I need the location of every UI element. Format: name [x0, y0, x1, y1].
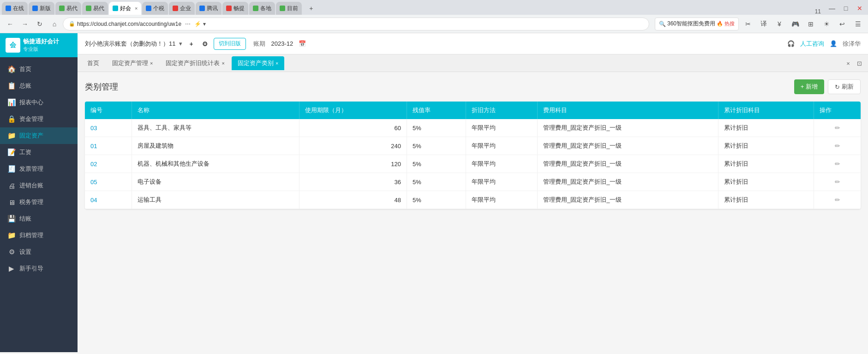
close-icon-tab-fixed-assets-mgmt[interactable]: ×: [150, 60, 153, 66]
cell-expense-1: 管理费用_固定资产折旧_一级: [537, 137, 718, 155]
browser-actions: 🔍 360智能抠图免费用 🔥 热搜 ✂ 译 ¥ 🎮 ⊞ ☀ ↩ ☰: [655, 18, 864, 30]
browser-tab-6[interactable]: 个税: [142, 2, 168, 15]
add-category-button[interactable]: + 新增: [794, 79, 824, 94]
game-button[interactable]: 🎮: [789, 18, 802, 30]
browser-tab-7[interactable]: 企业: [169, 2, 195, 15]
sidebar-item-purchase[interactable]: 🖨 进销台账: [0, 177, 78, 194]
edit-icon-4[interactable]: ✏: [835, 196, 840, 204]
app-header: 刘小艳演示账套（勿删勿动！）11 ▾ + ⚙ 切到旧版 账期 2023-12 📅…: [78, 33, 868, 54]
tab-favicon-3: [59, 6, 65, 11]
sidebar-item-home[interactable]: 🏠 首页: [0, 61, 78, 78]
header-dropdown-icon[interactable]: ▾: [179, 40, 182, 47]
calendar-icon[interactable]: 📅: [299, 40, 306, 47]
address-dropdown-icon[interactable]: ▾: [203, 21, 206, 27]
scissors-button[interactable]: ✂: [742, 18, 754, 30]
browser-tab-8[interactable]: 腾讯: [196, 2, 221, 15]
sidebar-item-archive[interactable]: 📁 归档管理: [0, 227, 78, 244]
reports-icon: 📊: [7, 98, 16, 107]
cell-method-0: 年限平均: [466, 119, 538, 137]
cell-action-0[interactable]: ✏: [814, 119, 861, 137]
home-button[interactable]: ⌂: [48, 18, 61, 30]
cell-action-1[interactable]: ✏: [814, 137, 861, 155]
browser-tab-11[interactable]: 目前: [276, 2, 302, 15]
cell-method-1: 年限平均: [466, 137, 538, 155]
close-icon-tab5[interactable]: ×: [135, 6, 138, 11]
sidebar-item-reports[interactable]: 📊 报表中心: [0, 94, 78, 111]
cell-accumulated-2: 累计折旧: [718, 155, 814, 173]
grid-button[interactable]: ⊞: [804, 18, 817, 30]
close-icon-tab-asset-category[interactable]: ×: [275, 60, 278, 66]
brightness-button[interactable]: ☀: [820, 18, 833, 30]
maximize-button[interactable]: □: [839, 2, 852, 15]
undo-button[interactable]: ↩: [836, 18, 849, 30]
page-tab-depreciation-table[interactable]: 固定资产折旧统计表 ×: [160, 56, 230, 70]
sidebar-item-guide[interactable]: ▶ 新手引导: [0, 260, 78, 277]
header-username: 徐泽华: [843, 40, 861, 48]
menu-button[interactable]: ☰: [851, 18, 864, 30]
sidebar-label-ledger: 总账: [19, 82, 31, 90]
browser-tab-1[interactable]: 在线: [2, 2, 28, 15]
switch-old-version-button[interactable]: 切到旧版: [214, 38, 246, 50]
tab-label-2: 新版: [40, 5, 51, 12]
col-header-period: 使用期限（月）: [299, 102, 407, 119]
cell-action-3[interactable]: ✏: [814, 173, 861, 191]
address-bar[interactable]: 🔒 https://cloud.chanjet.com/accounting/u…: [63, 18, 649, 30]
logo-title: 畅捷通好会计: [23, 38, 59, 46]
sidebar-item-finance[interactable]: 🔒 资金管理: [0, 111, 78, 127]
minimize-button[interactable]: —: [826, 2, 838, 15]
content-area: 类别管理 + 新增 ↻ 刷新 编号 名称 使用期限（月） 残值率: [78, 72, 868, 352]
tab-area-expand-button[interactable]: ⊡: [854, 58, 864, 68]
tab-window-controls: × ⊡: [839, 54, 868, 72]
header-add-button[interactable]: +: [186, 39, 196, 49]
search-bar[interactable]: 🔍 360智能抠图免费用 🔥 热搜: [655, 18, 739, 30]
back-button[interactable]: ←: [4, 18, 17, 30]
page-tab-asset-category[interactable]: 固定资产类别 ×: [232, 56, 284, 70]
browser-tab-5[interactable]: 好会 ×: [109, 2, 141, 15]
edit-icon-0[interactable]: ✏: [835, 124, 840, 132]
col-header-depreciation-method: 折旧方法: [466, 102, 538, 119]
sidebar-item-settings[interactable]: ⚙ 设置: [0, 244, 78, 260]
main-content: 刘小艳演示账套（勿删勿动！）11 ▾ + ⚙ 切到旧版 账期 2023-12 📅…: [78, 33, 868, 352]
new-tab-button[interactable]: +: [305, 2, 317, 15]
cell-code-1: 01: [85, 137, 132, 155]
tab-label-4: 易代: [93, 5, 104, 12]
cell-action-4[interactable]: ✏: [814, 191, 861, 209]
refresh-button[interactable]: ↻ 刷新: [828, 79, 861, 94]
browser-tab-9[interactable]: 畅提: [222, 2, 248, 15]
cell-expense-0: 管理费用_固定资产折旧_一级: [537, 119, 718, 137]
sidebar-item-tax[interactable]: 🖥 税务管理: [0, 194, 78, 210]
coupon-button[interactable]: ¥: [773, 18, 786, 30]
address-text: https://cloud.chanjet.com/accounting/uw1…: [77, 21, 181, 27]
header-user-label: 刘小艳演示账套（勿删勿动！）11: [85, 40, 175, 48]
edit-icon-3[interactable]: ✏: [835, 178, 840, 186]
close-browser-button[interactable]: ✕: [853, 2, 866, 15]
sidebar-item-settlement[interactable]: 💾 结账: [0, 210, 78, 227]
browser-tab-4[interactable]: 易代: [82, 2, 108, 15]
page-tab-home[interactable]: 首页: [81, 56, 105, 70]
home-icon: 🏠: [7, 65, 16, 73]
address-expand-icon: ⋯: [185, 21, 191, 27]
edit-icon-2[interactable]: ✏: [835, 160, 840, 168]
close-icon-tab-depreciation[interactable]: ×: [221, 60, 224, 66]
header-settings-button[interactable]: ⚙: [200, 39, 210, 49]
translate-button[interactable]: 译: [757, 18, 770, 30]
cell-code-3: 05: [85, 173, 132, 191]
forward-button[interactable]: →: [18, 18, 31, 30]
support-label[interactable]: 人工咨询: [800, 40, 824, 48]
tab-favicon-9: [226, 6, 232, 11]
sidebar-item-invoice[interactable]: 🧾 发票管理: [0, 161, 78, 177]
cell-residual-1: 5%: [407, 137, 466, 155]
sidebar-item-fixed-assets[interactable]: 📁 固定资产: [0, 127, 78, 144]
period-value: 2023-12: [271, 40, 293, 47]
browser-tab-2[interactable]: 新版: [29, 2, 54, 15]
cell-action-2[interactable]: ✏: [814, 155, 861, 173]
browser-tab-10[interactable]: 各地: [249, 2, 275, 15]
sidebar-item-payroll[interactable]: 📝 工资: [0, 144, 78, 161]
edit-icon-1[interactable]: ✏: [835, 142, 840, 150]
sidebar-item-ledger[interactable]: 📋 总账: [0, 78, 78, 94]
reload-button[interactable]: ↻: [33, 18, 46, 30]
cell-accumulated-1: 累计折旧: [718, 137, 814, 155]
browser-tab-3[interactable]: 易代: [55, 2, 81, 15]
page-tab-fixed-assets-mgmt[interactable]: 固定资产管理 ×: [106, 56, 159, 70]
tab-area-close-button[interactable]: ×: [843, 58, 853, 68]
